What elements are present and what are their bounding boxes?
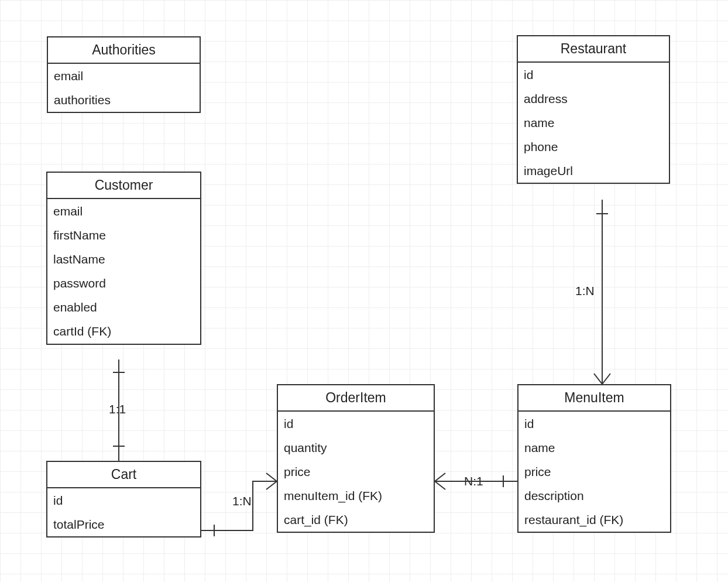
entity-attr: imageUrl	[518, 159, 669, 183]
entity-attr: price	[518, 460, 670, 484]
entity-attr: quantity	[278, 436, 434, 460]
entity-attr: restaurant_id (FK)	[518, 508, 670, 532]
rel-label-customer-cart: 1:1	[109, 402, 126, 416]
entity-attrs: id quantity price menuItem_id (FK) cart_…	[278, 412, 434, 532]
entity-attr: menuItem_id (FK)	[278, 484, 434, 508]
entity-attr: lastName	[47, 247, 200, 271]
entity-attrs: email firstName lastName password enable…	[47, 199, 200, 344]
entity-customer: Customer email firstName lastName passwo…	[46, 172, 201, 345]
rel-label-cart-orderitem: 1:N	[232, 494, 252, 508]
entity-attr: price	[278, 460, 434, 484]
entity-title: OrderItem	[278, 385, 434, 412]
entity-title: Authorities	[48, 37, 200, 64]
entity-attr: address	[518, 87, 669, 111]
entity-attrs: id totalPrice	[47, 488, 200, 536]
entity-attr: description	[518, 484, 670, 508]
entity-attr: id	[518, 63, 669, 87]
entity-title: Restaurant	[518, 36, 669, 63]
entity-attrs: id address name phone imageUrl	[518, 63, 669, 183]
rel-label-restaurant-menuitem: 1:N	[575, 284, 595, 298]
entity-title: Customer	[47, 173, 200, 199]
entity-title: Cart	[47, 462, 200, 488]
entity-attr: id	[278, 412, 434, 436]
entity-attr: totalPrice	[47, 512, 200, 536]
entity-attr: authorities	[48, 88, 200, 112]
rel-label-orderitem-menuitem: N:1	[464, 474, 483, 488]
entity-attr: firstName	[47, 223, 200, 247]
entity-attrs: email authorities	[48, 64, 200, 112]
entity-restaurant: Restaurant id address name phone imageUr…	[517, 35, 670, 184]
entity-attr: enabled	[47, 295, 200, 319]
entity-attr: phone	[518, 135, 669, 159]
entity-orderitem: OrderItem id quantity price menuItem_id …	[277, 384, 435, 533]
entity-attr: cartId (FK)	[47, 319, 200, 343]
entity-attrs: id name price description restaurant_id …	[518, 412, 670, 532]
entity-authorities: Authorities email authorities	[47, 36, 201, 113]
entity-attr: cart_id (FK)	[278, 508, 434, 532]
entity-attr: email	[47, 199, 200, 223]
entity-attr: id	[518, 412, 670, 436]
entity-attr: name	[518, 436, 670, 460]
entity-attr: name	[518, 111, 669, 135]
entity-attr: email	[48, 64, 200, 88]
entity-cart: Cart id totalPrice	[46, 461, 201, 538]
entity-menuitem: MenuItem id name price description resta…	[517, 384, 671, 533]
entity-attr: id	[47, 488, 200, 512]
entity-title: MenuItem	[518, 385, 670, 412]
entity-attr: password	[47, 271, 200, 295]
